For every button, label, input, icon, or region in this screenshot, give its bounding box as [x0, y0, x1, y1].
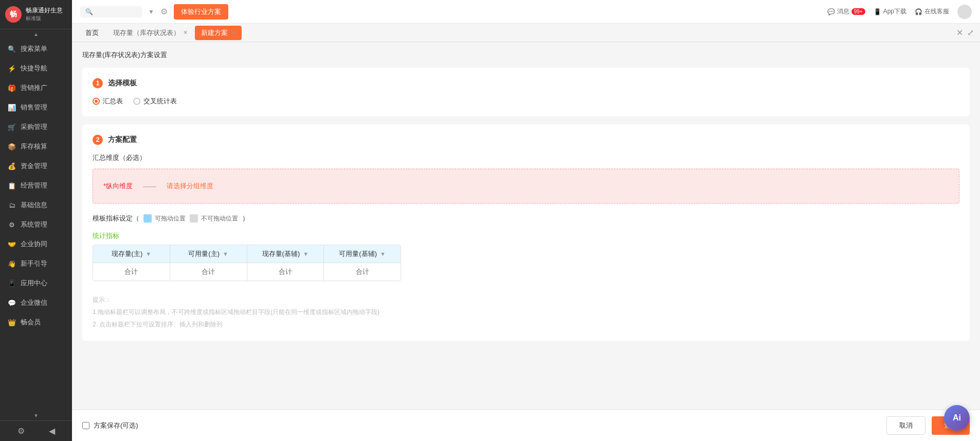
search-icon: 🔍 — [85, 8, 93, 15]
tab-inventory-status[interactable]: 现存量（库存状况表） ✕ — [106, 25, 195, 41]
sidebar-nav: 🔍 搜索菜单 ⚡ 快捷导航 🎁 营销推广 📊 销售管理 🛒 采购管理 📦 库存核… — [0, 39, 72, 411]
indicator-settings: 模板指标设定（ 可拖动位置 不可拖动位置 ） — [93, 214, 959, 223]
inventory-icon: 📦 — [7, 142, 16, 151]
step2-title: 方案配置 — [108, 135, 137, 144]
col3-dropdown-icon: ▼ — [303, 251, 308, 257]
vip-icon: 👑 — [7, 318, 16, 327]
stats-table-header-row: 现存量(主) ▼ 可用量(主) ▼ 现存量(基辅) ▼ 可用量(基辅) ▼ — [93, 245, 401, 263]
radio-dot-summary — [93, 98, 100, 105]
topbar-dropdown[interactable]: ▼ — [148, 8, 154, 15]
content-area: 现存量(库存状况表)方案设置 1 选择模板 汇总表 交叉统计表 2 — [72, 42, 980, 410]
dimension-placeholder[interactable]: 请选择分组维度 — [167, 181, 213, 191]
tips-section: 提示： 1.拖动标题栏可以调整布局，不可跨维度或指标区域拖动栏目字段(只能在同一… — [93, 293, 959, 330]
radio-cross[interactable]: 交叉统计表 — [133, 97, 177, 106]
tab-close-all-btn[interactable]: ✕ — [956, 28, 963, 38]
stats-col-2-header[interactable]: 可用量(主) ▼ — [170, 245, 247, 263]
wechat-icon: 💬 — [7, 298, 16, 307]
save-checkbox[interactable] — [82, 422, 89, 429]
stats-col-4-sub: 合计 — [324, 263, 401, 281]
non-draggable-toggle: 不可拖动位置 — [190, 214, 238, 223]
sidebar-item-app-center[interactable]: 📱 应用中心 — [0, 273, 72, 293]
sidebar-item-operations[interactable]: 📋 经营管理 — [0, 176, 72, 195]
stats-col-3-header[interactable]: 现存量(基辅) ▼ — [247, 245, 324, 263]
basic-info-icon: 🗂 — [7, 200, 16, 210]
template-radio-group: 汇总表 交叉统计表 — [93, 97, 959, 106]
app-edition: 标准版 — [26, 15, 63, 22]
quick-nav-icon: ⚡ — [7, 64, 16, 73]
sidebar: 畅 畅康通好生意 标准版 ▲ 🔍 搜索菜单 ⚡ 快捷导航 🎁 营销推广 📊 销售… — [0, 0, 72, 441]
save-option-label: 方案保存(可选) — [94, 421, 138, 430]
app-name: 畅康通好生意 — [26, 7, 63, 15]
system-icon: ⚙ — [7, 220, 16, 229]
step1-number: 1 — [93, 78, 103, 88]
operations-icon: 📋 — [7, 181, 16, 190]
draggable-box — [143, 214, 152, 223]
message-item[interactable]: 💬 消息 99+ — [827, 7, 865, 16]
tab-expand-btn[interactable]: ⤢ — [967, 28, 974, 38]
sidebar-item-wechat[interactable]: 💬 企业微信 — [0, 293, 72, 313]
dimension-separator: —— — [143, 182, 156, 190]
ai-badge[interactable]: Ai — [944, 405, 970, 431]
sidebar-item-vip[interactable]: 👑 畅会员 — [0, 313, 72, 332]
user-avatar[interactable] — [957, 5, 972, 19]
stats-table-header-label: 统计指标 — [93, 231, 959, 241]
dimension-area: *纵向维度 —— 请选择分组维度 — [93, 169, 959, 204]
tabbar: 首页 现存量（库存状况表） ✕ 新建方案 ✕ ✕ ⤢ — [72, 24, 980, 42]
app-center-icon: 📱 — [7, 279, 16, 288]
stats-col-1-header[interactable]: 现存量(主) ▼ — [93, 245, 170, 263]
sidebar-item-sales[interactable]: 📊 销售管理 — [0, 98, 72, 117]
stats-table-sub-row: 合计 合计 合计 合计 — [93, 263, 401, 281]
stats-col-4-header[interactable]: 可用量(基辅) ▼ — [324, 245, 401, 263]
stats-col-2-sub: 合计 — [170, 263, 247, 281]
message-badge: 99+ — [851, 8, 865, 15]
search-menu-icon: 🔍 — [7, 44, 16, 53]
topbar-settings-icon[interactable]: ⚙ — [160, 7, 168, 16]
marketing-icon: 🎁 — [7, 83, 16, 93]
sidebar-bottom: ⚙ ◀ — [0, 420, 72, 441]
step1-card: 1 选择模板 汇总表 交叉统计表 — [82, 68, 970, 116]
tab-close-new-scheme[interactable]: ✕ — [231, 29, 235, 36]
col2-dropdown-icon: ▼ — [223, 251, 228, 257]
radio-summary[interactable]: 汇总表 — [93, 97, 123, 106]
sidebar-item-enterprise[interactable]: 🤝 企业协同 — [0, 234, 72, 254]
tabbar-right: ✕ ⤢ — [956, 28, 974, 38]
sidebar-item-system[interactable]: ⚙ 系统管理 — [0, 215, 72, 234]
dimension-section-label: 汇总维度（必选） — [93, 153, 959, 162]
sidebar-item-finance[interactable]: 💰 资金管理 — [0, 156, 72, 176]
online-service-item[interactable]: 🎧 在线客服 — [915, 7, 949, 16]
sidebar-item-basic-info[interactable]: 🗂 基础信息 — [0, 195, 72, 215]
cancel-button[interactable]: 取消 — [886, 416, 925, 435]
sidebar-scroll-up[interactable]: ▲ — [0, 29, 72, 39]
app-download-item[interactable]: 📱 App下载 — [874, 7, 906, 16]
headset-icon: 🎧 — [915, 8, 922, 15]
trial-btn[interactable]: 体验行业方案 — [174, 4, 228, 20]
message-icon: 💬 — [827, 8, 835, 15]
tab-close-inventory[interactable]: ✕ — [183, 29, 188, 36]
radio-dot-cross — [133, 98, 140, 105]
sidebar-item-newbie[interactable]: 👋 新手引导 — [0, 254, 72, 273]
sidebar-item-quick-nav[interactable]: ⚡ 快捷导航 — [0, 59, 72, 78]
bottom-bar: 方案保存(可选) 取消 查询 — [72, 410, 980, 441]
indicator-settings-label: 模板指标设定（ 可拖动位置 不可拖动位置 ） — [93, 214, 959, 223]
sidebar-item-marketing[interactable]: 🎁 营销推广 — [0, 78, 72, 98]
app-logo-icon: 畅 — [5, 6, 22, 23]
stats-col-3-sub: 合计 — [247, 263, 324, 281]
step1-title: 选择模板 — [108, 79, 137, 88]
col1-dropdown-icon: ▼ — [146, 251, 151, 257]
main-area: 🔍 ▼ ⚙ 体验行业方案 💬 消息 99+ 📱 App下载 🎧 在线客服 — [72, 0, 980, 441]
sidebar-logo: 畅 畅康通好生意 标准版 — [0, 0, 72, 29]
sales-icon: 📊 — [7, 103, 16, 112]
sidebar-scroll-down[interactable]: ▼ — [0, 411, 72, 420]
col4-dropdown-icon: ▼ — [380, 251, 386, 257]
non-draggable-box — [190, 214, 198, 223]
step2-number: 2 — [93, 135, 103, 145]
sidebar-settings-btn[interactable]: ⚙ — [17, 426, 25, 436]
sidebar-item-inventory[interactable]: 📦 库存核算 — [0, 137, 72, 156]
topbar-right: 💬 消息 99+ 📱 App下载 🎧 在线客服 — [827, 5, 972, 19]
search-bar[interactable]: 🔍 — [80, 6, 142, 17]
sidebar-item-purchase[interactable]: 🛒 采购管理 — [0, 117, 72, 137]
sidebar-collapse-btn[interactable]: ◀ — [49, 426, 55, 436]
sidebar-item-search[interactable]: 🔍 搜索菜单 — [0, 39, 72, 59]
tab-home[interactable]: 首页 — [78, 25, 106, 41]
tab-new-scheme[interactable]: 新建方案 ✕ — [195, 26, 242, 40]
